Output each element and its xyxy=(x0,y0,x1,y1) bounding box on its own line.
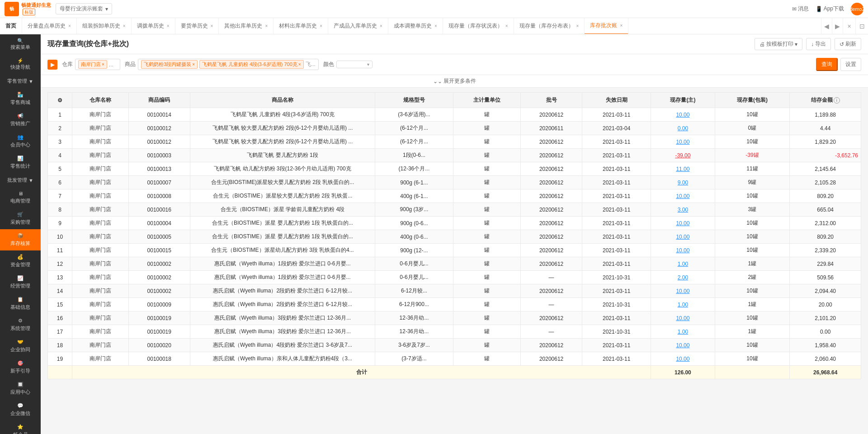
tab-6[interactable]: 材料出库单历史 × xyxy=(274,18,328,34)
cell-warehouse: 南岸门店 xyxy=(72,203,128,217)
tab-2[interactable]: 组装拆卸单历史 × xyxy=(77,18,132,34)
tab-4-close[interactable]: × xyxy=(211,24,213,28)
sidebar-item-wholesale[interactable]: 批发管理 ▼ xyxy=(0,173,41,187)
cell-stock-main[interactable]: 1.00 xyxy=(651,325,715,339)
sidebar-item-ecommerce[interactable]: 🖥 电商管理 xyxy=(0,187,41,208)
print-button[interactable]: 🖨 按模板打印 ▾ xyxy=(755,38,802,50)
tab-5-close[interactable]: × xyxy=(265,24,268,28)
tab-9[interactable]: 现存量（库存状况表） × xyxy=(443,18,514,34)
cell-stock-main[interactable]: 1.00 xyxy=(651,257,715,271)
sidebar-item-retail-mall[interactable]: 🏪 零售商城 xyxy=(0,88,41,109)
sidebar-item-guide[interactable]: 🎯 新手引导 xyxy=(0,357,41,378)
sidebar-item-finance[interactable]: 💰 资金管理 xyxy=(0,250,41,272)
cell-stock-main[interactable]: 10.00 xyxy=(651,284,715,298)
product-tag-1-close[interactable]: × xyxy=(192,62,195,67)
cell-stock-main[interactable]: 1.00 xyxy=(651,298,715,311)
sidebar-item-operations[interactable]: 📈 经营管理 xyxy=(0,272,41,293)
tab-10-close[interactable]: × xyxy=(576,24,579,28)
cell-code: 00100002 xyxy=(128,271,190,284)
warehouse-more[interactable]: ... xyxy=(109,61,113,68)
tab-10[interactable]: 现存量（库存分布表） × xyxy=(514,18,585,34)
color-filter-input[interactable]: ▾ xyxy=(336,61,373,68)
sidebar-item-app-center[interactable]: 🔲 应用中心 xyxy=(0,378,41,399)
export-button[interactable]: ↓ 导出 xyxy=(806,38,831,50)
tab-8-close[interactable]: × xyxy=(434,24,437,28)
cell-stock-main[interactable]: 10.00 xyxy=(651,189,715,203)
settings-button[interactable]: 设置 xyxy=(840,58,861,71)
sidebar-item-basic-info[interactable]: 📋 基础信息 xyxy=(0,293,41,314)
cell-stock-main[interactable]: 10.00 xyxy=(651,352,715,366)
quick-nav-icon: ⚡ xyxy=(2,58,38,64)
sidebar-item-enterprise[interactable]: 🤝 企业协同 xyxy=(0,335,41,357)
cell-stock-main[interactable]: 9.00 xyxy=(651,176,715,189)
cell-stock-main[interactable]: 0.00 xyxy=(651,122,715,135)
tab-5[interactable]: 其他出库单历史 × xyxy=(219,18,274,34)
col-settings[interactable]: ⚙ xyxy=(48,93,72,108)
tab-1-close[interactable]: × xyxy=(68,24,71,28)
cell-spec: 6-12月较... xyxy=(375,284,453,298)
product-tag-2-close[interactable]: × xyxy=(298,62,301,67)
query-button[interactable]: 查询 xyxy=(816,58,838,71)
cell-no: 10 xyxy=(48,230,72,244)
tab-3[interactable]: 调拨单历史 × xyxy=(132,18,175,34)
sidebar-item-system[interactable]: ⚙ 系统管理 xyxy=(0,314,41,335)
tab-6-close[interactable]: × xyxy=(320,24,322,28)
nav-maximize[interactable]: ⊡ xyxy=(855,18,868,34)
sidebar-item-members[interactable]: 👥 会员中心 xyxy=(0,131,41,152)
message-button[interactable]: ✉ 消息 xyxy=(792,5,809,13)
product-more[interactable]: 飞... xyxy=(306,61,316,68)
table-settings-icon[interactable]: ⚙ xyxy=(57,97,62,104)
warehouse-tag-nanximen[interactable]: 南岸门店 × xyxy=(78,60,107,69)
refresh-button[interactable]: ↺ 刷新 xyxy=(835,38,861,50)
cell-stock-main[interactable]: 10.00 xyxy=(651,230,715,244)
cell-stock-main[interactable]: 10.00 xyxy=(651,244,715,257)
sidebar-quick-nav[interactable]: ⚡ 快捷导航 xyxy=(0,54,41,74)
cell-stock-main[interactable]: 10.00 xyxy=(651,135,715,149)
sidebar-item-wechat[interactable]: 💬 企业微信 xyxy=(0,399,41,420)
product-filter-tags[interactable]: 飞鹤奶粉3段丙罐摄装 × 飞鹤星飞帆 儿童奶粉 4段(3-6岁适用) 700克 … xyxy=(138,59,319,70)
sidebar-item-retail-management[interactable]: 零售管理 ▼ xyxy=(0,74,41,88)
cell-stock-main[interactable]: 11.00 xyxy=(651,162,715,176)
tab-7[interactable]: 产成品入库单历史 × xyxy=(328,18,388,34)
cell-warehouse: 南岸门店 xyxy=(72,352,128,366)
nav-prev[interactable]: ◀ xyxy=(821,18,832,34)
expand-more-button[interactable]: ⌄⌄ 展开更多条件 xyxy=(433,77,476,85)
sidebar-item-retail-stats[interactable]: 📊 零售统计 xyxy=(0,152,41,173)
sidebar-item-purchase[interactable]: 🛒 采购管理 xyxy=(0,208,41,229)
sidebar-item-marketing[interactable]: 📢 营销推广 xyxy=(0,109,41,131)
sidebar-item-inventory[interactable]: 📦 库存核算 xyxy=(0,229,41,250)
cell-stock-main[interactable]: 3.00 xyxy=(651,203,715,217)
balance-info-icon[interactable]: i xyxy=(834,97,840,104)
cell-batch: 20200611 xyxy=(521,122,582,135)
tab-7-close[interactable]: × xyxy=(380,24,382,28)
product-tag-1[interactable]: 飞鹤奶粉3段丙罐摄装 × xyxy=(141,60,198,69)
tab-11-close[interactable]: × xyxy=(620,23,623,28)
cell-stock-main[interactable]: 10.00 xyxy=(651,339,715,352)
cell-unit: 罐 xyxy=(453,284,520,298)
app-download-button[interactable]: 📱 App下载 xyxy=(816,5,844,13)
cell-stock-main[interactable]: 10.00 xyxy=(651,311,715,325)
warehouse-filter-tags[interactable]: 南岸门店 × ... xyxy=(75,59,120,70)
cell-stock-main[interactable]: 10.00 xyxy=(651,217,715,230)
tab-3-close[interactable]: × xyxy=(167,24,170,28)
tab-1[interactable]: 分量盘点单历史 × xyxy=(22,18,77,34)
tab-home[interactable]: 首页 xyxy=(0,18,22,34)
tab-2-close[interactable]: × xyxy=(123,24,126,28)
cell-spec: (3-6岁适用)... xyxy=(375,108,453,122)
avatar[interactable]: demo2 xyxy=(851,3,863,15)
tab-11[interactable]: 库存批次账 × xyxy=(585,18,628,34)
cell-stock-main[interactable]: 2.00 xyxy=(651,271,715,284)
nav-close-all[interactable]: × xyxy=(843,18,855,34)
warehouse-tag-close[interactable]: × xyxy=(102,62,104,67)
cell-stock-main[interactable]: 10.00 xyxy=(651,108,715,122)
sidebar-item-vip[interactable]: ⭐ 畅会员 xyxy=(0,420,41,434)
nav-next[interactable]: ▶ xyxy=(832,18,843,34)
tab-8[interactable]: 成本调整单历史 × xyxy=(388,18,443,34)
industry-selector[interactable]: 母婴行业演示账套 ▾ xyxy=(56,3,112,14)
tab-4[interactable]: 要货单历史 × xyxy=(175,18,219,34)
tab-9-close[interactable]: × xyxy=(505,24,508,28)
cell-stock-main[interactable]: -39.00 xyxy=(651,149,715,162)
sidebar-search[interactable]: 🔍 搜索菜单 xyxy=(0,34,41,54)
filter-expand-button[interactable]: ▶ xyxy=(47,60,57,70)
product-tag-2[interactable]: 飞鹤星飞帆 儿童奶粉 4段(3-6岁适用) 700克 × xyxy=(199,60,304,69)
